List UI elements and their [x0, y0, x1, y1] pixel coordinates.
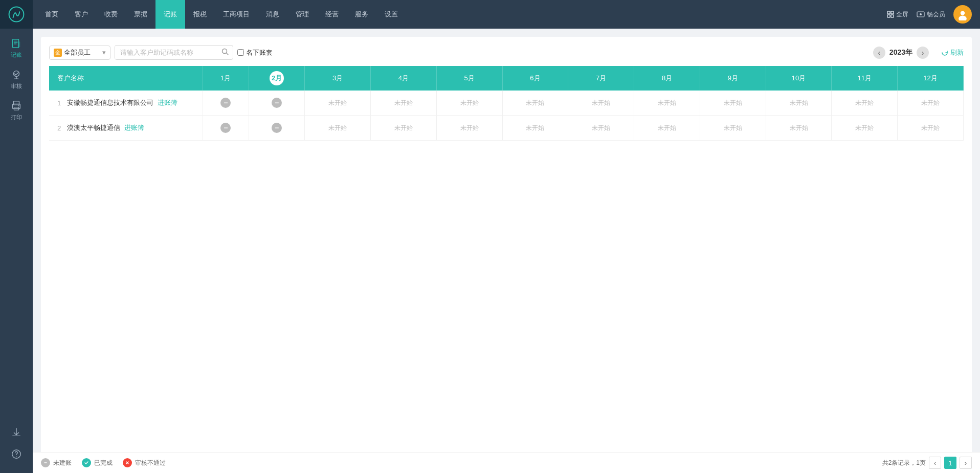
nav-item-设置[interactable]: 设置 — [376, 0, 406, 29]
vip-button[interactable]: 畅会员 — [917, 10, 945, 19]
my-accounts-checkbox[interactable] — [237, 49, 244, 56]
nav-item-工商项目[interactable]: 工商项目 — [215, 0, 258, 29]
help-icon — [11, 448, 22, 460]
status-not-started: 未开始 — [790, 124, 808, 131]
month-status-cell: 未开始 — [436, 91, 502, 116]
month-status-cell: 未开始 — [502, 91, 568, 116]
nav-item-首页[interactable]: 首页 — [37, 0, 66, 29]
download-icon — [11, 427, 22, 438]
legend-not-started-label: 未建账 — [53, 459, 72, 467]
month-status-cell: 未开始 — [502, 116, 568, 141]
month-status-cell: 未开始 — [832, 91, 898, 116]
svg-point-16 — [18, 105, 19, 106]
status-not-started: 未开始 — [724, 99, 742, 106]
status-dash-icon: − — [220, 98, 231, 108]
svg-rect-11 — [18, 41, 20, 47]
search-button[interactable] — [217, 46, 233, 59]
sidebar-print-label: 打印 — [11, 114, 22, 121]
my-accounts-label: 名下账套 — [246, 48, 273, 57]
status-not-started: 未开始 — [592, 124, 610, 131]
month-status-cell: 未开始 — [898, 91, 964, 116]
nav-item-经营[interactable]: 经营 — [317, 0, 347, 29]
col-header-8: 8月 — [634, 66, 700, 91]
nav-item-管理[interactable]: 管理 — [287, 0, 317, 29]
legend-rejected-label: 审核不通过 — [135, 459, 166, 467]
logo — [0, 0, 33, 29]
next-year-button[interactable]: › — [917, 47, 929, 59]
svg-point-8 — [961, 11, 965, 15]
status-not-started: 未开始 — [855, 99, 874, 106]
legend-red-dot — [123, 458, 132, 467]
prev-year-button[interactable]: ‹ — [873, 47, 885, 59]
sidebar-item-help[interactable] — [0, 443, 33, 465]
enter-ledger-link[interactable]: 进账簿 — [158, 98, 177, 107]
col-header-1: 1月 — [203, 66, 249, 91]
legend-rejected: 审核不通过 — [123, 458, 166, 467]
col-header-5: 5月 — [436, 66, 502, 91]
status-not-started: 未开始 — [328, 99, 347, 106]
month-status-cell[interactable]: − — [203, 91, 249, 116]
employee-select-label: 全部员工 — [64, 48, 91, 57]
svg-rect-4 — [891, 15, 894, 17]
account-table: 客户名称1月2月3月4月5月6月7月8月9月10月11月12月 1 安徽畅捷通信… — [49, 66, 964, 141]
refresh-label: 刷新 — [950, 48, 964, 57]
client-name-cell: 2 漠澳太平畅捷通信 进账簿 — [49, 116, 203, 141]
nav-item-消息[interactable]: 消息 — [258, 0, 287, 29]
month-status-cell[interactable]: − — [203, 116, 249, 141]
col-header-10: 10月 — [766, 66, 832, 91]
nav-item-票据[interactable]: 票据 — [126, 0, 155, 29]
sidebar-item-download[interactable] — [0, 422, 33, 443]
col-header-4: 4月 — [371, 66, 437, 91]
col-header-12: 12月 — [898, 66, 964, 91]
sidebar-item-ledger[interactable]: 记账 — [0, 33, 33, 64]
fullscreen-label: 全屏 — [896, 10, 908, 19]
month-status-cell[interactable]: − — [249, 91, 304, 116]
col-header-11: 11月 — [832, 66, 898, 91]
col-header-2: 2月 — [249, 66, 304, 91]
legend-completed-label: 已完成 — [94, 459, 113, 467]
enter-ledger-link[interactable]: 进账簿 — [124, 123, 144, 132]
svg-rect-13 — [14, 101, 19, 105]
year-display: 2023年 — [889, 48, 912, 57]
employee-select[interactable]: 全 全部员工 ▾ — [49, 46, 110, 60]
status-not-started: 未开始 — [724, 124, 742, 131]
nav-item-客户[interactable]: 客户 — [66, 0, 96, 29]
nav-item-收费[interactable]: 收费 — [96, 0, 126, 29]
search-input[interactable] — [115, 46, 217, 59]
month-status-cell: 未开始 — [436, 116, 502, 141]
total-count: 共2条记录，1页 — [882, 459, 926, 467]
month-status-cell: 未开始 — [371, 116, 437, 141]
avatar[interactable] — [953, 5, 972, 24]
fullscreen-button[interactable]: 全屏 — [887, 10, 908, 19]
status-not-started: 未开始 — [921, 124, 940, 131]
page-1-button[interactable]: 1 — [944, 457, 956, 469]
legend-completed: 已完成 — [82, 458, 113, 467]
month-status-cell[interactable]: − — [249, 116, 304, 141]
pagination: 共2条记录，1页 ‹ 1 › — [882, 457, 972, 469]
svg-line-20 — [227, 53, 229, 55]
status-not-started: 未开始 — [526, 99, 544, 106]
svg-rect-1 — [887, 11, 890, 14]
status-not-started: 未开始 — [460, 124, 479, 131]
nav-item-服务[interactable]: 服务 — [347, 0, 376, 29]
sidebar-item-audit[interactable]: 审核 — [0, 64, 33, 95]
current-month-circle: 2月 — [270, 71, 284, 85]
refresh-button[interactable]: 刷新 — [941, 48, 964, 57]
col-header-6: 6月 — [502, 66, 568, 91]
next-page-button[interactable]: › — [960, 457, 972, 469]
col-header-9: 9月 — [700, 66, 766, 91]
content-card: 全 全部员工 ▾ 名下账套 ‹ 2023年 › — [41, 37, 972, 459]
nav-item-记账[interactable]: 记账 — [155, 0, 185, 29]
sidebar-item-print[interactable]: 打印 — [0, 95, 33, 126]
legend-grey-dot — [41, 458, 50, 467]
status-dash-icon: − — [272, 123, 282, 133]
prev-page-button[interactable]: ‹ — [929, 457, 941, 469]
status-not-started: 未开始 — [855, 124, 874, 131]
nav-item-报税[interactable]: 报税 — [185, 0, 215, 29]
nav-items: 首页客户收费票据记账报税工商项目消息管理经营服务设置 — [33, 0, 887, 29]
my-accounts-checkbox-label[interactable]: 名下账套 — [237, 48, 273, 57]
status-dash-icon: − — [272, 98, 282, 108]
month-status-cell: 未开始 — [832, 116, 898, 141]
month-status-cell: 未开始 — [568, 91, 634, 116]
main-content: 全 全部员工 ▾ 名下账套 ‹ 2023年 › — [33, 29, 980, 473]
